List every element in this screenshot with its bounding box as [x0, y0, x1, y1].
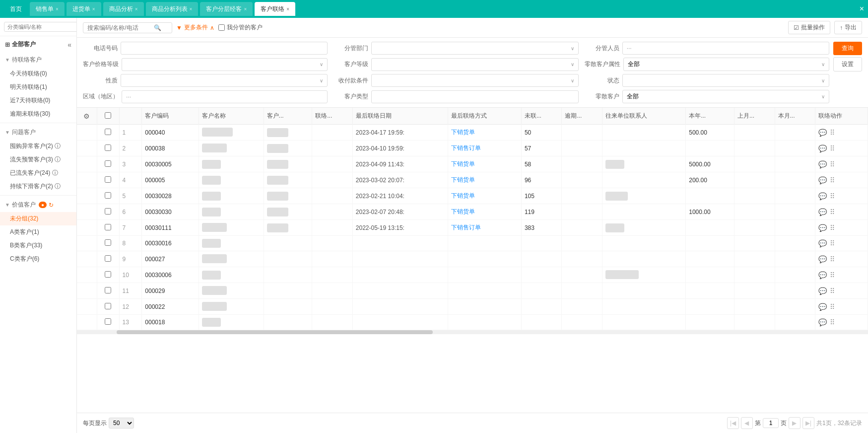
current-page-input[interactable] — [763, 418, 779, 428]
th-last-month[interactable]: 上月... — [734, 108, 775, 125]
action-menu-icon[interactable]: ⠿ — [830, 271, 835, 279]
action-menu-icon[interactable]: ⠿ — [830, 303, 835, 311]
action-chat-icon[interactable]: 💬 — [818, 255, 827, 263]
last-page-button[interactable]: ▶| — [802, 417, 814, 429]
action-menu-icon[interactable]: ⠿ — [830, 224, 835, 232]
row-checkbox[interactable] — [105, 255, 111, 262]
row-checkbox[interactable] — [105, 287, 111, 293]
action-menu-icon[interactable]: ⠿ — [830, 208, 835, 216]
sidebar-search-input[interactable] — [4, 22, 77, 32]
tab-purchase-close[interactable]: × — [92, 6, 95, 12]
td-checkbox[interactable] — [97, 267, 119, 283]
action-menu-icon[interactable]: ⠿ — [830, 176, 835, 184]
tab-sales[interactable]: 销售单 × — [30, 2, 65, 16]
filter-payment-dropdown[interactable]: ∨ — [371, 74, 578, 87]
td-checkbox[interactable] — [97, 156, 119, 172]
row-checkbox[interactable] — [105, 160, 111, 167]
sidebar-item-class-c[interactable]: C类客户(6) — [0, 252, 76, 266]
filter-dept-dropdown[interactable]: ∨ — [371, 42, 578, 55]
td-checkbox[interactable] — [97, 125, 119, 141]
last-way-link[interactable]: 下销货单 — [451, 160, 475, 167]
action-chat-icon[interactable]: 💬 — [818, 129, 827, 137]
row-checkbox[interactable] — [105, 318, 111, 325]
filter-region-input[interactable]: ··· — [122, 90, 328, 103]
filter-customer-type-input[interactable] — [371, 90, 578, 103]
sidebar-collapse-icon[interactable]: « — [67, 41, 71, 49]
tab-analysis[interactable]: 商品分析 × — [103, 2, 144, 16]
filter-status-dropdown[interactable]: ∨ — [622, 74, 829, 87]
action-menu-icon[interactable]: ⠿ — [830, 160, 835, 168]
tab-analysis-list-close[interactable]: × — [190, 6, 193, 12]
tab-customer-seg-close[interactable]: × — [244, 6, 247, 12]
last-way-link[interactable]: 下销售订单 — [451, 224, 481, 231]
th-last-date[interactable]: 最后联络日期 — [352, 108, 448, 125]
action-chat-icon[interactable]: 💬 — [818, 192, 827, 200]
filter-more-conditions[interactable]: ▼ 更多条件 ∧ — [176, 23, 214, 32]
sidebar-item-ungraded[interactable]: 未分组(32) — [0, 212, 76, 225]
td-checkbox[interactable] — [97, 251, 119, 267]
row-checkbox[interactable] — [105, 144, 111, 151]
filter-retail-attr-dropdown[interactable]: 全部 ∨ — [623, 58, 829, 71]
row-checkbox[interactable] — [105, 129, 111, 135]
td-checkbox[interactable] — [97, 188, 119, 204]
filter-person-input[interactable]: ··· — [622, 42, 829, 55]
tab-customer-seg[interactable]: 客户分层经客 × — [200, 2, 253, 16]
th-contact[interactable]: 联络... — [312, 108, 353, 125]
last-way-link[interactable]: 下销售订单 — [451, 144, 481, 151]
prev-page-button[interactable]: ◀ — [741, 417, 753, 429]
filter-nature-dropdown[interactable]: ∨ — [121, 74, 328, 87]
last-way-link[interactable]: 下销货单 — [451, 192, 475, 199]
row-checkbox[interactable] — [105, 271, 111, 278]
last-way-link[interactable]: 下销货单 — [451, 129, 475, 136]
sidebar-item-churn-warning[interactable]: 流失预警客户(3) ⓘ — [0, 153, 76, 166]
filter-phone-input[interactable] — [121, 42, 328, 55]
sidebar-item-today[interactable]: 今天待联络(0) — [0, 67, 76, 80]
action-menu-icon[interactable]: ⠿ — [830, 144, 835, 152]
row-checkbox[interactable] — [105, 192, 111, 199]
action-chat-icon[interactable]: 💬 — [818, 318, 827, 326]
action-menu-icon[interactable]: ⠿ — [830, 129, 835, 137]
sidebar-item-overdue[interactable]: 逾期未联络(30) — [0, 107, 76, 121]
sidebar-item-7days[interactable]: 近7天待联络(0) — [0, 94, 76, 107]
action-chat-icon[interactable]: 💬 — [818, 287, 827, 295]
last-way-link[interactable]: 下销货单 — [451, 208, 475, 215]
td-checkbox[interactable] — [97, 220, 119, 236]
action-menu-icon[interactable]: ⠿ — [830, 287, 835, 295]
th-unit-contact[interactable]: 往来单位联系人 — [602, 108, 685, 125]
tab-analysis-list[interactable]: 商品分析列表 × — [146, 2, 199, 16]
sidebar-all-customers[interactable]: ⊞ 全部客户 « — [0, 36, 76, 53]
th-checkbox[interactable] — [97, 108, 119, 125]
next-page-button[interactable]: ▶ — [789, 417, 801, 429]
horizontal-scrollbar[interactable] — [77, 330, 868, 334]
filter-customer-level-dropdown[interactable]: ∨ — [371, 58, 578, 71]
action-chat-icon[interactable]: 💬 — [818, 303, 827, 311]
sidebar-item-churned[interactable]: 已流失客户(24) ⓘ — [0, 166, 76, 180]
global-close-button[interactable]: × — [860, 4, 864, 13]
action-chat-icon[interactable]: 💬 — [818, 160, 827, 168]
action-chat-icon[interactable]: 💬 — [818, 271, 827, 279]
gear-icon[interactable]: ⚙ — [83, 112, 90, 120]
tab-home[interactable]: 首页 — [4, 2, 28, 16]
row-checkbox[interactable] — [105, 239, 111, 246]
filter-search-input[interactable] — [87, 24, 152, 31]
action-chat-icon[interactable]: 💬 — [818, 176, 827, 184]
filter-my-customers[interactable]: 我分管的客户 — [218, 23, 263, 32]
th-code[interactable]: 客户编码 — [142, 108, 199, 125]
th-name[interactable]: 客户名称 — [199, 108, 264, 125]
tab-sales-close[interactable]: × — [56, 6, 59, 12]
select-all-checkbox[interactable] — [105, 112, 111, 119]
row-checkbox[interactable] — [105, 176, 111, 183]
scrollbar-thumb[interactable] — [117, 330, 433, 334]
action-chat-icon[interactable]: 💬 — [818, 208, 827, 216]
first-page-button[interactable]: |◀ — [727, 417, 739, 429]
filter-price-level-dropdown[interactable]: ∨ — [122, 58, 328, 71]
row-checkbox[interactable] — [105, 208, 111, 215]
th-this-year[interactable]: 本年... — [686, 108, 734, 125]
td-checkbox[interactable] — [97, 283, 119, 299]
sidebar-item-tomorrow[interactable]: 明天待联络(1) — [0, 80, 76, 94]
action-chat-icon[interactable]: 💬 — [818, 239, 827, 247]
last-way-link[interactable]: 下销货单 — [451, 176, 475, 183]
action-menu-icon[interactable]: ⠿ — [830, 192, 835, 200]
th-gear[interactable]: ⚙ — [77, 108, 97, 125]
th-type[interactable]: 客户... — [264, 108, 312, 125]
